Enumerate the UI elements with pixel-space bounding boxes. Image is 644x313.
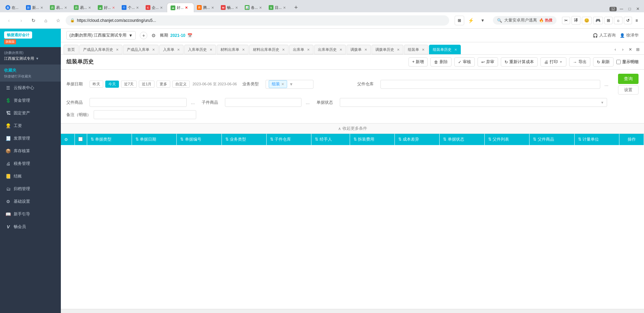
layout-tool[interactable]: ⊞ [604, 17, 613, 24]
tab-close-1[interactable]: ✕ [40, 6, 43, 10]
tab-close-9[interactable]: ✕ [235, 6, 238, 10]
scissors-tool[interactable]: ✂ [562, 17, 570, 24]
browser-tab-4[interactable]: ☁ 好... ✕ [95, 3, 119, 12]
tab-close-all[interactable]: ✕ [627, 45, 634, 54]
page-tab-out[interactable]: 出库单 ✕ [289, 45, 313, 54]
sidebar-item-tax[interactable]: 🖨 税务管理 [0, 157, 61, 170]
search-bar[interactable]: 🔍 大量安卓用户逃离 🔥 热搜 [493, 16, 556, 25]
close-out-history[interactable]: ✕ [339, 48, 342, 52]
close-produce-in[interactable]: ✕ [152, 48, 155, 52]
horizontal-scrollbar[interactable] [61, 309, 644, 313]
close-in-history[interactable]: ✕ [210, 48, 212, 52]
page-tab-home[interactable]: 首页 [64, 45, 79, 54]
print-dropdown[interactable]: ▼ [559, 60, 563, 64]
consultant-btn[interactable]: 🎧 人工咨询 [593, 32, 616, 38]
tab-close-8[interactable]: ✕ [211, 6, 214, 10]
tab-close-5[interactable]: ✕ [136, 6, 139, 10]
filter-settings-button[interactable]: 设置 [618, 85, 639, 95]
export-button[interactable]: → 导出 [569, 57, 590, 67]
page-tab-produce-in[interactable]: 产成品入库单 ✕ [123, 45, 159, 54]
home-button[interactable]: ⌂ [41, 16, 51, 25]
recalc-button[interactable]: ↻ 重新计算成本 [501, 57, 538, 67]
menu-tool[interactable]: ≡ [633, 17, 640, 24]
settings-gear-btn[interactable]: ⚙ [151, 33, 156, 38]
close-transfer[interactable]: ✕ [364, 48, 367, 52]
refresh-button[interactable]: ↻ [29, 16, 38, 25]
unaudit-button[interactable]: ↩ 弃审 [478, 57, 498, 67]
th-settings[interactable]: ⚙ [61, 134, 75, 145]
more-date-btn[interactable]: 更多 [157, 81, 170, 88]
brightness-tool[interactable]: ☼ [614, 17, 622, 24]
page-tab-transfer[interactable]: 调拨单 ✕ [347, 45, 371, 54]
print-button[interactable]: 🖨 打印 ▼ [540, 57, 566, 67]
forward-button[interactable]: › [16, 16, 26, 25]
1month-btn[interactable]: 近1月 [139, 81, 155, 88]
sidebar-item-inventory[interactable]: 📦 库存核算 [0, 145, 61, 157]
child-goods-more[interactable]: ... [304, 100, 311, 105]
window-maximize[interactable]: □ [626, 6, 633, 12]
page-tab-assembly[interactable]: 组装单 ✕ [404, 45, 428, 54]
biz-type-dropdown[interactable]: ▼ [289, 82, 293, 87]
query-button[interactable]: 查询 [618, 74, 639, 84]
page-tab-material-out[interactable]: 材料出库单 ✕ [217, 45, 249, 54]
page-tab-in-history[interactable]: 入库单历史 ✕ [184, 45, 216, 54]
page-tab-material-out-history[interactable]: 材料出库单历史 ✕ [249, 45, 289, 54]
child-goods-input[interactable] [225, 98, 301, 107]
tab-close-4[interactable]: ✕ [112, 6, 115, 10]
show-detail-checkbox-label[interactable]: 显示明细 [616, 59, 639, 65]
emoji-tool[interactable]: 😊 [582, 17, 592, 24]
tab-scroll-right[interactable]: › [619, 45, 626, 54]
page-tab-in[interactable]: 入库单 ✕ [159, 45, 184, 54]
select-all-checkbox[interactable] [78, 137, 83, 141]
sidebar-item-settings[interactable]: ⚙ 基础设置 [0, 195, 61, 208]
page-tab-out-history[interactable]: 出库单历史 ✕ [314, 45, 346, 54]
browser-tab-11[interactable]: S 目... ✕ [266, 3, 290, 12]
browser-tab-7[interactable]: ☁ 好... ✕ [167, 3, 194, 12]
sidebar-item-checkout[interactable]: 📒 结账 [0, 170, 61, 183]
show-detail-checkbox[interactable] [616, 60, 621, 64]
tab-close-3[interactable]: ✕ [88, 6, 91, 10]
7days-btn[interactable]: 近7天 [121, 81, 137, 88]
today-btn[interactable]: 今天 [105, 81, 119, 88]
browser-tab-6[interactable]: C 企... ✕ [143, 3, 167, 12]
tab-close-6[interactable]: ✕ [160, 6, 163, 10]
calendar-icon[interactable]: 📅 [187, 33, 192, 38]
browser-tab-3[interactable]: 易 易... ✕ [71, 3, 95, 12]
browser-tab-1[interactable]: 新 新... ✕ [23, 3, 47, 12]
browser-tab-10[interactable]: 📊 各... ✕ [242, 3, 266, 12]
browser-tab-0[interactable]: 在 在... [3, 3, 23, 12]
biz-type-tag-remove[interactable]: ✕ [281, 82, 284, 86]
close-produce-in-history[interactable]: ✕ [116, 48, 119, 52]
delete-button[interactable]: 🗑 删除 [430, 57, 452, 67]
new-tab-button[interactable]: + [291, 3, 301, 12]
parent-warehouse-input[interactable] [380, 80, 600, 89]
page-tab-produce-in-history[interactable]: 产成品入库单历史 ✕ [79, 45, 122, 54]
close-out[interactable]: ✕ [307, 48, 310, 52]
dropdown-arrow[interactable]: ▼ [478, 16, 487, 25]
browser-tab-9[interactable]: M 畅... ✕ [218, 3, 242, 12]
close-material-out-history[interactable]: ✕ [282, 48, 285, 52]
close-in[interactable]: ✕ [177, 48, 180, 52]
tab-close-2[interactable]: ✕ [64, 6, 67, 10]
company-selector[interactable]: (勿删勿禁用) 江西服宝测试专用 ▼ [66, 31, 136, 40]
status-select[interactable]: ▼ [340, 98, 607, 107]
tab-scroll-left[interactable]: ‹ [612, 45, 619, 54]
collapse-bar[interactable]: ∧ 收起更多条件 [61, 124, 644, 134]
sidebar-item-archive[interactable]: 🗂 归档管理 [0, 183, 61, 195]
back-button[interactable]: ‹ [4, 16, 14, 25]
url-bar[interactable]: 🔒 https://cloud.chanjet.com/accounting/u… [66, 15, 449, 26]
game-tool[interactable]: 🎮 [593, 17, 603, 24]
parent-goods-input[interactable] [90, 98, 187, 107]
sidebar-item-assets[interactable]: 🏗 固定资产 [0, 107, 61, 119]
tab-close-10[interactable]: ✕ [259, 6, 262, 10]
sidebar-item-invoice[interactable]: 🧾 发票管理 [0, 132, 61, 145]
bookmark-button[interactable]: ☆ [53, 16, 63, 25]
tab-close-7[interactable]: ✕ [185, 6, 188, 10]
user-info[interactable]: 👤 徐泽华 [620, 32, 639, 38]
parent-goods-more[interactable]: ... [189, 100, 196, 105]
undo-tool[interactable]: ↺ [624, 17, 632, 24]
sidebar-account[interactable]: (勿删勿禁用) 江西服宝测试专用 ▼ [0, 47, 61, 65]
sidebar-item-salary[interactable]: 👷 工资 [0, 119, 61, 132]
bookmarks-subtitle[interactable]: 快捷键打开收藏夹 [4, 74, 57, 79]
tab-close-11[interactable]: ✕ [283, 6, 286, 10]
